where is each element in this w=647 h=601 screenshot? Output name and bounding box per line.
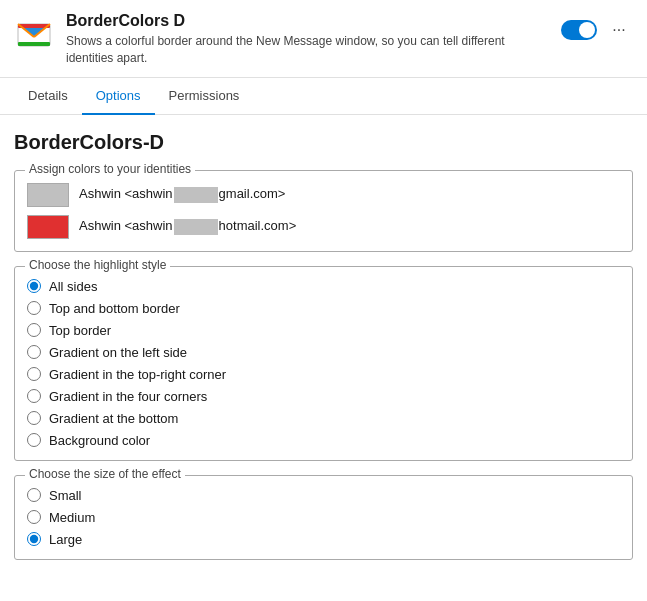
radio-top-border[interactable]: Top border	[27, 323, 620, 338]
addon-icon	[14, 14, 54, 54]
size-radio-list: Small Medium Large	[27, 488, 620, 547]
radio-four-corners-input[interactable]	[27, 389, 41, 403]
main-content: BorderColors-D Assign colors to your ide…	[0, 115, 647, 590]
identity-email-2: Ashwin <ashwinhotmail.com>	[79, 218, 296, 235]
redact-2	[174, 219, 218, 235]
radio-large[interactable]: Large	[27, 532, 620, 547]
tab-permissions[interactable]: Permissions	[155, 78, 254, 115]
tab-options[interactable]: Options	[82, 78, 155, 115]
color-swatch-1[interactable]	[27, 183, 69, 207]
radio-top-bottom[interactable]: Top and bottom border	[27, 301, 620, 316]
identity-list: Ashwin <ashwingmail.com> Ashwin <ashwinh…	[27, 183, 620, 239]
email-prefix-1: Ashwin <ashwin	[79, 186, 173, 201]
radio-left-gradient-input[interactable]	[27, 345, 41, 359]
radio-top-border-label: Top border	[49, 323, 111, 338]
svg-rect-3	[18, 42, 50, 46]
radio-top-bottom-label: Top and bottom border	[49, 301, 180, 316]
radio-top-right-gradient-label: Gradient in the top-right corner	[49, 367, 226, 382]
enable-toggle[interactable]	[561, 20, 597, 40]
header-text: BorderColors D Shows a colorful border a…	[66, 12, 549, 67]
more-options-button[interactable]: ···	[605, 16, 633, 44]
radio-top-border-input[interactable]	[27, 323, 41, 337]
redact-1	[174, 187, 218, 203]
radio-medium-label: Medium	[49, 510, 95, 525]
header-controls: ···	[561, 16, 633, 44]
highlight-legend: Choose the highlight style	[25, 258, 170, 272]
header: BorderColors D Shows a colorful border a…	[0, 0, 647, 78]
radio-small-label: Small	[49, 488, 82, 503]
identities-legend: Assign colors to your identities	[25, 162, 195, 176]
radio-bottom-gradient[interactable]: Gradient at the bottom	[27, 411, 620, 426]
highlight-radio-list: All sides Top and bottom border Top bord…	[27, 279, 620, 448]
radio-left-gradient-label: Gradient on the left side	[49, 345, 187, 360]
email-suffix-1: gmail.com>	[219, 186, 286, 201]
tab-bar: Details Options Permissions	[0, 78, 647, 115]
radio-all-sides-input[interactable]	[27, 279, 41, 293]
identity-row: Ashwin <ashwingmail.com>	[27, 183, 620, 207]
identity-row: Ashwin <ashwinhotmail.com>	[27, 215, 620, 239]
more-icon: ···	[612, 21, 625, 39]
radio-top-right-gradient[interactable]: Gradient in the top-right corner	[27, 367, 620, 382]
radio-all-sides-label: All sides	[49, 279, 97, 294]
highlight-group: Choose the highlight style All sides Top…	[14, 266, 633, 461]
radio-all-sides[interactable]: All sides	[27, 279, 620, 294]
color-swatch-2[interactable]	[27, 215, 69, 239]
size-legend: Choose the size of the effect	[25, 467, 185, 481]
radio-medium-input[interactable]	[27, 510, 41, 524]
radio-bottom-gradient-input[interactable]	[27, 411, 41, 425]
radio-bg-color-label: Background color	[49, 433, 150, 448]
addon-description: Shows a colorful border around the New M…	[66, 33, 549, 67]
email-suffix-2: hotmail.com>	[219, 218, 297, 233]
email-prefix-2: Ashwin <ashwin	[79, 218, 173, 233]
radio-small[interactable]: Small	[27, 488, 620, 503]
identity-email-1: Ashwin <ashwingmail.com>	[79, 186, 285, 203]
page-title: BorderColors-D	[14, 131, 633, 154]
radio-top-bottom-input[interactable]	[27, 301, 41, 315]
tab-details[interactable]: Details	[14, 78, 82, 115]
size-group: Choose the size of the effect Small Medi…	[14, 475, 633, 560]
radio-large-input[interactable]	[27, 532, 41, 546]
radio-bottom-gradient-label: Gradient at the bottom	[49, 411, 178, 426]
radio-small-input[interactable]	[27, 488, 41, 502]
radio-top-right-gradient-input[interactable]	[27, 367, 41, 381]
addon-title: BorderColors D	[66, 12, 549, 30]
radio-large-label: Large	[49, 532, 82, 547]
radio-four-corners-label: Gradient in the four corners	[49, 389, 207, 404]
radio-four-corners[interactable]: Gradient in the four corners	[27, 389, 620, 404]
radio-medium[interactable]: Medium	[27, 510, 620, 525]
radio-left-gradient[interactable]: Gradient on the left side	[27, 345, 620, 360]
identities-group: Assign colors to your identities Ashwin …	[14, 170, 633, 252]
radio-bg-color-input[interactable]	[27, 433, 41, 447]
radio-bg-color[interactable]: Background color	[27, 433, 620, 448]
